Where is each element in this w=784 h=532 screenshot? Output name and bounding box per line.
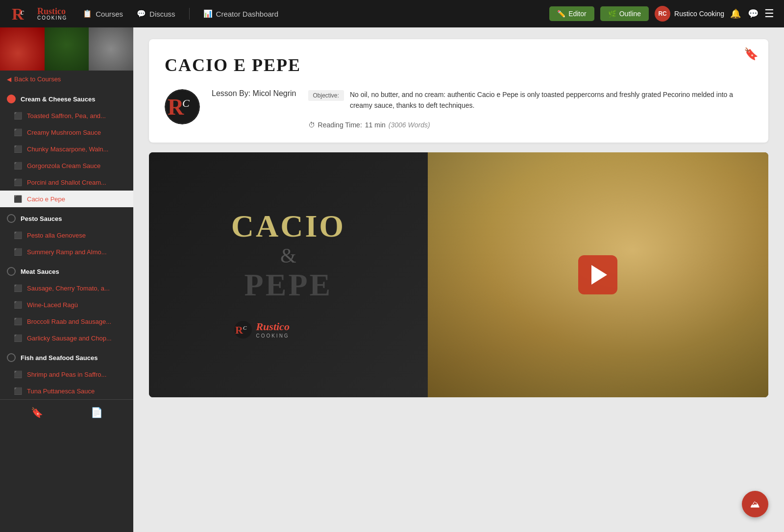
lesson-sausage-cherry-label: Sausage, Cherry Tomato, a... (27, 285, 110, 292)
objective-box: Objective: No oil, no butter, and no cre… (308, 89, 753, 129)
section-cream-cheese: Cream & Cheese Sauces (0, 88, 133, 107)
lesson-broccoli-raab[interactable]: ⬛ Broccoli Raab and Sausage... (0, 313, 133, 330)
rc-logo-svg: R C (165, 89, 200, 124)
lesson-cacio-pepe[interactable]: ⬛ Cacio e Pepe (0, 191, 133, 207)
lesson-pesto-genovese[interactable]: ⬛ Pesto alla Genovese (0, 227, 133, 243)
nav-divider (189, 8, 190, 20)
main-content: 🔖 Cacio e Pepe R C Lesson By: Micol Negr… (133, 27, 784, 532)
lesson-meta: R C Lesson By: Micol Negrin Objective: N… (165, 89, 753, 129)
section-meat: Meat Sauces (0, 260, 133, 280)
video-thumbnail[interactable] (428, 152, 768, 397)
mountain-icon: ⛰ (750, 499, 760, 510)
back-arrow-icon: ◀ (7, 76, 11, 83)
lesson-chunky-mascarpone[interactable]: ⬛ Chunky Mascarpone, Waln... (0, 141, 133, 157)
film-icon-2: ⬛ (14, 128, 22, 136)
section-pesto: Pesto Sauces (0, 207, 133, 227)
nav-creator-dashboard[interactable]: 📊 Creator Dashboard (203, 9, 279, 18)
video-cacio-text: CACIO (231, 211, 345, 242)
lesson-cacio-pepe-label: Cacio e Pepe (27, 195, 65, 203)
fab-button[interactable]: ⛰ (742, 491, 768, 517)
lesson-summery-ramp-label: Summery Ramp and Almo... (27, 248, 107, 256)
dashboard-icon: 📊 (203, 9, 213, 18)
notification-icon[interactable]: 🔔 (730, 8, 741, 19)
clock-icon: ⏱ (308, 121, 315, 129)
video-pepe-text: PEPE (231, 269, 345, 301)
nav-discuss[interactable]: 💬 Discuss (137, 9, 175, 18)
bookmark-icon[interactable]: 🔖 (744, 47, 759, 61)
reading-words: (3006 Words) (389, 121, 430, 129)
sidebar-scroll: Cream & Cheese Sauces ⬛ Toasted Saffron,… (0, 88, 133, 399)
section-meat-label: Meat Sauces (21, 268, 59, 275)
header-user: RC Rustico Cooking (655, 6, 724, 22)
outline-icon: 🌿 (608, 10, 616, 18)
section-pesto-label: Pesto Sauces (21, 215, 62, 222)
lesson-garlicky-sausage[interactable]: ⬛ Garlicky Sausage and Chop... (0, 330, 133, 346)
lesson-tuna-puttanesca[interactable]: ⬛ Tuna Puttanesca Sauce (0, 383, 133, 399)
section-dot-pesto (7, 214, 16, 223)
outline-label: Outline (619, 10, 641, 18)
avatar: RC (655, 6, 670, 22)
header: R c Rustico cooking 📋 Courses 💬 Discuss … (0, 0, 784, 27)
document-footer-icon[interactable]: 📄 (91, 407, 103, 418)
lesson-gorgonzola[interactable]: ⬛ Gorgonzola Cream Sauce (0, 157, 133, 174)
section-dot-active (7, 95, 16, 103)
username-label: Rustico Cooking (674, 10, 724, 18)
nav-courses[interactable]: 📋 Courses (83, 9, 123, 18)
hero-image-2 (45, 27, 89, 71)
lesson-gorgonzola-label: Gorgonzola Cream Sauce (27, 162, 100, 169)
svg-text:R: R (168, 95, 184, 120)
section-fish-label: Fish and Seafood Sauces (21, 354, 98, 362)
film-icon-3: ⬛ (14, 145, 22, 153)
hamburger-icon[interactable]: ☰ (764, 7, 774, 20)
sidebar-footer: 🔖 📄 (0, 399, 133, 425)
instructor-name: Lesson By: Micol Negrin (212, 89, 296, 98)
lesson-toasted-saffron[interactable]: ⬛ Toasted Saffron, Pea, and... (0, 107, 133, 124)
section-cream-cheese-label: Cream & Cheese Sauces (21, 96, 95, 103)
lesson-creamy-mushroom-label: Creamy Mushroom Sauce (27, 129, 101, 136)
video-logo-text: Rustico cooking (256, 320, 289, 339)
lesson-card: 🔖 Cacio e Pepe R C Lesson By: Micol Negr… (149, 39, 768, 143)
instructor-info: Lesson By: Micol Negrin (212, 89, 296, 98)
lesson-wine-ragu[interactable]: ⬛ Wine-Laced Ragù (0, 296, 133, 313)
sidebar-hero (0, 27, 133, 71)
pencil-icon: ✏️ (557, 10, 565, 18)
lesson-sausage-cherry[interactable]: ⬛ Sausage, Cherry Tomato, a... (0, 280, 133, 296)
message-icon[interactable]: 💬 (748, 8, 759, 19)
video-logo-rustico: Rustico (256, 320, 289, 333)
video-container[interactable]: CACIO & PEPE R C Rustico cooking (149, 152, 768, 397)
video-title-panel: CACIO & PEPE R C Rustico cooking (149, 152, 428, 397)
section-fish: Fish and Seafood Sauces (0, 346, 133, 366)
film-icon-8: ⬛ (14, 248, 22, 256)
sidebar: ◀ Back to Courses Cream & Cheese Sauces … (0, 27, 133, 532)
film-icon-13: ⬛ (14, 370, 22, 378)
header-icons: 🔔 💬 (730, 8, 759, 19)
lesson-title: Cacio e Pepe (165, 55, 753, 75)
back-to-courses[interactable]: ◀ Back to Courses (0, 71, 133, 88)
editor-button[interactable]: ✏️ Editor (549, 6, 594, 21)
video-rc-logo: R C (234, 321, 252, 339)
lesson-summery-ramp[interactable]: ⬛ Summery Ramp and Almo... (0, 243, 133, 260)
film-icon-11: ⬛ (14, 317, 22, 325)
outline-button[interactable]: 🌿 Outline (600, 6, 649, 21)
film-icon: ⬛ (14, 112, 22, 120)
lesson-broccoli-raab-label: Broccoli Raab and Sausage... (27, 318, 111, 325)
nav-discuss-label: Discuss (149, 10, 175, 18)
lesson-porcini[interactable]: ⬛ Porcini and Shallot Cream... (0, 174, 133, 191)
svg-text:C: C (182, 97, 190, 109)
lesson-toasted-saffron-label: Toasted Saffron, Pea, and... (27, 112, 106, 120)
lesson-creamy-mushroom[interactable]: ⬛ Creamy Mushroom Sauce (0, 124, 133, 141)
hero-image-1 (0, 27, 45, 71)
lesson-tuna-puttanesca-label: Tuna Puttanesca Sauce (27, 387, 95, 395)
film-icon-7: ⬛ (14, 231, 22, 239)
film-icon-6: ⬛ (14, 195, 22, 203)
bookmark-footer-icon[interactable]: 🔖 (31, 407, 43, 418)
editor-label: Editor (568, 10, 587, 18)
hero-image-3 (89, 27, 133, 71)
film-icon-5: ⬛ (14, 178, 22, 186)
lesson-shrimp-peas[interactable]: ⬛ Shrimp and Peas in Saffro... (0, 366, 133, 383)
nav-courses-label: Courses (96, 10, 123, 18)
film-icon-9: ⬛ (14, 284, 22, 292)
nav-dashboard-label: Creator Dashboard (216, 10, 279, 18)
play-button[interactable] (578, 255, 617, 294)
logo[interactable]: R c Rustico cooking (10, 2, 67, 25)
